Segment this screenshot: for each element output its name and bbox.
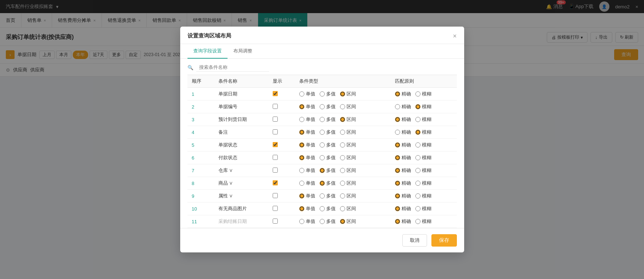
radio-match-模糊[interactable]: 模糊 <box>415 129 431 135</box>
radio-type-多值-input[interactable] <box>320 91 325 97</box>
radio-type-单值[interactable]: 单值 <box>299 142 315 148</box>
radio-type-区间-input[interactable] <box>340 91 345 97</box>
radio-type-区间[interactable]: 区间 <box>340 116 356 123</box>
radio-match-精确[interactable]: 精确 <box>395 154 411 161</box>
radio-type-单值-input[interactable] <box>299 130 304 135</box>
radio-type-区间-input[interactable] <box>340 219 345 224</box>
radio-type-单值[interactable]: 单值 <box>299 103 315 110</box>
radio-match-模糊[interactable]: 模糊 <box>415 91 431 97</box>
radio-type-多值-input[interactable] <box>320 142 325 148</box>
radio-match-精确-input[interactable] <box>395 168 400 173</box>
radio-match-模糊[interactable]: 模糊 <box>415 167 431 174</box>
radio-type-单值[interactable]: 单值 <box>299 167 315 174</box>
radio-match-精确-input[interactable] <box>395 219 400 224</box>
row-display-checkbox[interactable] <box>273 142 278 147</box>
radio-match-精确-input[interactable] <box>395 91 400 97</box>
radio-match-模糊-input[interactable] <box>415 193 420 199</box>
radio-match-精确[interactable]: 精确 <box>395 91 411 97</box>
row-display-checkbox[interactable] <box>273 168 278 173</box>
radio-match-模糊[interactable]: 模糊 <box>415 180 431 186</box>
radio-match-模糊-input[interactable] <box>415 104 420 109</box>
radio-type-单值-input[interactable] <box>299 193 304 199</box>
radio-match-模糊[interactable]: 模糊 <box>415 205 431 212</box>
radio-type-多值-input[interactable] <box>320 155 325 160</box>
radio-match-精确[interactable]: 精确 <box>395 103 411 110</box>
modal-close-button[interactable]: × <box>453 33 457 39</box>
radio-type-区间[interactable]: 区间 <box>340 167 356 174</box>
radio-type-单值-input[interactable] <box>299 181 304 186</box>
radio-match-精确-input[interactable] <box>395 206 400 211</box>
radio-type-多值-input[interactable] <box>320 181 325 186</box>
radio-type-区间[interactable]: 区间 <box>340 103 356 110</box>
radio-match-精确-input[interactable] <box>395 193 400 199</box>
radio-type-多值[interactable]: 多值 <box>320 167 336 174</box>
radio-match-模糊-input[interactable] <box>415 130 420 135</box>
radio-match-模糊[interactable]: 模糊 <box>415 154 431 161</box>
radio-match-精确-input[interactable] <box>395 130 400 135</box>
radio-type-多值[interactable]: 多值 <box>320 205 336 212</box>
row-display-checkbox[interactable] <box>273 91 278 96</box>
radio-type-单值-input[interactable] <box>299 104 304 109</box>
radio-match-模糊-input[interactable] <box>415 91 420 97</box>
radio-match-精确[interactable]: 精确 <box>395 205 411 212</box>
radio-type-多值[interactable]: 多值 <box>320 129 336 135</box>
radio-type-多值[interactable]: 多值 <box>320 142 336 148</box>
radio-match-模糊-input[interactable] <box>415 155 420 160</box>
radio-match-模糊-input[interactable] <box>415 181 420 186</box>
radio-type-区间[interactable]: 区间 <box>340 218 356 225</box>
radio-type-单值-input[interactable] <box>299 155 304 160</box>
row-display-checkbox[interactable] <box>273 117 278 122</box>
radio-type-多值-input[interactable] <box>320 117 325 122</box>
radio-type-区间-input[interactable] <box>340 104 345 109</box>
radio-match-模糊[interactable]: 模糊 <box>415 193 431 199</box>
row-display-checkbox[interactable] <box>273 104 278 109</box>
radio-type-区间[interactable]: 区间 <box>340 142 356 148</box>
radio-type-多值[interactable]: 多值 <box>320 103 336 110</box>
radio-type-区间[interactable]: 区间 <box>340 129 356 135</box>
radio-type-单值[interactable]: 单值 <box>299 154 315 161</box>
radio-type-单值-input[interactable] <box>299 219 304 224</box>
radio-match-模糊-input[interactable] <box>415 219 420 224</box>
radio-match-模糊-input[interactable] <box>415 142 420 148</box>
radio-type-多值[interactable]: 多值 <box>320 180 336 186</box>
radio-type-单值[interactable]: 单值 <box>299 193 315 199</box>
radio-match-模糊[interactable]: 模糊 <box>415 218 431 225</box>
radio-match-精确-input[interactable] <box>395 155 400 160</box>
modal-tab-query-fields[interactable]: 查询字段设置 <box>187 44 228 59</box>
radio-type-区间-input[interactable] <box>340 117 345 122</box>
radio-type-多值[interactable]: 多值 <box>320 116 336 123</box>
radio-type-区间[interactable]: 区间 <box>340 205 356 212</box>
radio-type-多值-input[interactable] <box>320 130 325 135</box>
radio-type-区间[interactable]: 区间 <box>340 154 356 161</box>
radio-type-区间-input[interactable] <box>340 206 345 211</box>
radio-type-单值[interactable]: 单值 <box>299 218 315 225</box>
radio-match-精确[interactable]: 精确 <box>395 180 411 186</box>
radio-type-多值[interactable]: 多值 <box>320 91 336 97</box>
radio-type-区间[interactable]: 区间 <box>340 180 356 186</box>
radio-type-单值-input[interactable] <box>299 168 304 173</box>
radio-match-精确[interactable]: 精确 <box>395 142 411 148</box>
radio-type-多值[interactable]: 多值 <box>320 193 336 199</box>
radio-type-单值-input[interactable] <box>299 142 304 148</box>
radio-match-模糊[interactable]: 模糊 <box>415 116 431 123</box>
radio-type-单值[interactable]: 单值 <box>299 180 315 186</box>
radio-type-区间-input[interactable] <box>340 181 345 186</box>
radio-type-多值-input[interactable] <box>320 219 325 224</box>
radio-type-区间-input[interactable] <box>340 155 345 160</box>
radio-match-模糊-input[interactable] <box>415 117 420 122</box>
radio-type-区间-input[interactable] <box>340 193 345 199</box>
radio-match-精确[interactable]: 精确 <box>395 218 411 225</box>
row-display-checkbox[interactable] <box>273 180 278 185</box>
row-display-checkbox[interactable] <box>273 219 278 224</box>
radio-type-单值-input[interactable] <box>299 117 304 122</box>
row-display-checkbox[interactable] <box>273 193 278 198</box>
radio-type-单值[interactable]: 单值 <box>299 205 315 212</box>
radio-type-区间[interactable]: 区间 <box>340 91 356 97</box>
row-display-checkbox[interactable] <box>273 206 278 211</box>
row-display-checkbox[interactable] <box>273 155 278 160</box>
radio-type-多值-input[interactable] <box>320 168 325 173</box>
save-button[interactable]: 保存 <box>431 234 457 247</box>
radio-type-多值[interactable]: 多值 <box>320 154 336 161</box>
radio-type-区间-input[interactable] <box>340 142 345 148</box>
radio-type-单值[interactable]: 单值 <box>299 129 315 135</box>
